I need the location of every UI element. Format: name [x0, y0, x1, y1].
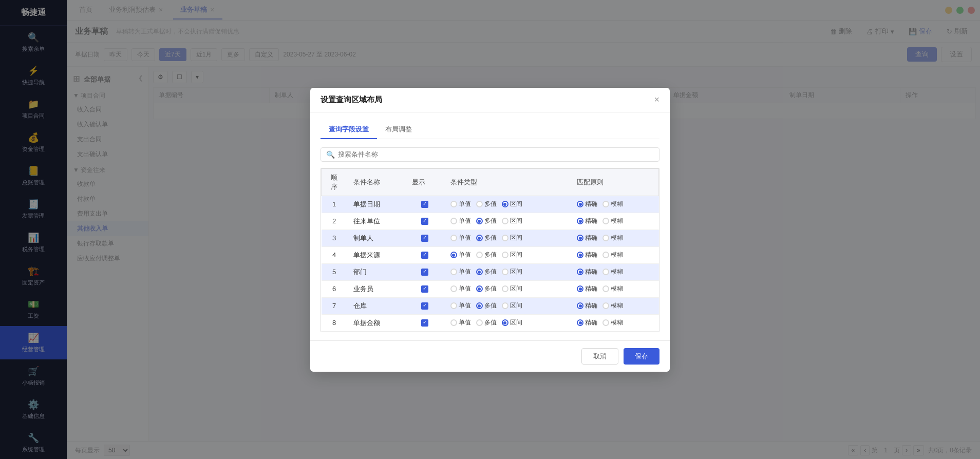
- config-row-show[interactable]: [406, 213, 444, 230]
- radio-single-0[interactable]: 单值: [450, 200, 471, 208]
- radio-range-6[interactable]: 区间: [502, 301, 522, 310]
- radio-multiple-4[interactable]: 多值: [476, 267, 497, 276]
- radio-circle-multiple-2: [476, 235, 483, 241]
- radio-single-2[interactable]: 单值: [450, 234, 471, 242]
- radio-circle-single-5: [450, 285, 457, 292]
- radio-label-fuzzy-6: 模糊: [611, 301, 623, 310]
- radio-multiple-1[interactable]: 多值: [476, 217, 497, 225]
- show-checkbox-1[interactable]: [421, 218, 428, 225]
- config-row-show[interactable]: [406, 297, 444, 314]
- show-checkbox-3[interactable]: [421, 252, 428, 259]
- radio-multiple-3[interactable]: 多值: [476, 251, 497, 259]
- radio-multiple-2[interactable]: 多值: [476, 234, 497, 242]
- radio-exact-0[interactable]: 精确: [577, 200, 597, 208]
- show-checkbox-4[interactable]: [421, 269, 428, 276]
- radio-range-4[interactable]: 区间: [502, 267, 522, 276]
- show-checkbox-2[interactable]: [421, 235, 428, 242]
- radio-label-range-6: 区间: [510, 301, 522, 310]
- config-table: 顺序 条件名称 显示 条件类型 匹配原则 1单据日期 单值: [321, 168, 659, 332]
- config-row-condition: 单值 多值 区间: [444, 314, 571, 331]
- show-checkbox-5[interactable]: [421, 285, 428, 293]
- radio-fuzzy-4[interactable]: 模糊: [602, 267, 623, 276]
- radio-range-1[interactable]: 区间: [502, 217, 522, 225]
- radio-exact-6[interactable]: 精确: [577, 301, 597, 310]
- radio-range-2[interactable]: 区间: [502, 234, 522, 242]
- radio-label-fuzzy-4: 模糊: [611, 267, 623, 276]
- radio-fuzzy-0[interactable]: 模糊: [602, 200, 623, 208]
- radio-exact-2[interactable]: 精确: [577, 234, 597, 242]
- config-row-show[interactable]: [406, 230, 444, 246]
- radio-exact-5[interactable]: 精确: [577, 284, 597, 293]
- radio-range-7[interactable]: 区间: [502, 318, 522, 327]
- radio-exact-1[interactable]: 精确: [577, 217, 597, 225]
- config-row-show[interactable]: [406, 246, 444, 263]
- radio-single-7[interactable]: 单值: [450, 318, 471, 327]
- radio-circle-exact-2: [577, 235, 583, 241]
- radio-circle-range-1: [502, 218, 508, 224]
- show-checkbox-0[interactable]: [421, 201, 428, 208]
- radio-exact-7[interactable]: 精确: [577, 318, 597, 327]
- radio-exact-4[interactable]: 精确: [577, 267, 597, 276]
- save-button[interactable]: 保存: [624, 348, 659, 365]
- config-row-name: 单据来源: [347, 246, 406, 263]
- config-row-order: 7: [322, 297, 347, 314]
- config-col-order: 顺序: [322, 168, 347, 196]
- radio-fuzzy-2[interactable]: 模糊: [602, 234, 623, 242]
- config-row-order: 4: [322, 246, 347, 263]
- radio-circle-fuzzy-3: [602, 252, 609, 258]
- modal-tab-layout[interactable]: 布局调整: [377, 121, 420, 139]
- radio-multiple-5[interactable]: 多值: [476, 284, 497, 293]
- radio-circle-range-5: [502, 285, 508, 292]
- radio-single-5[interactable]: 单值: [450, 284, 471, 293]
- radio-multiple-0[interactable]: 多值: [476, 200, 497, 208]
- config-row-name: 仓库: [347, 297, 406, 314]
- radio-single-1[interactable]: 单值: [450, 217, 471, 225]
- radio-range-3[interactable]: 区间: [502, 251, 522, 259]
- modal-tab-query-fields[interactable]: 查询字段设置: [321, 121, 377, 139]
- radio-circle-fuzzy-4: [602, 269, 609, 275]
- radio-multiple-6[interactable]: 多值: [476, 301, 497, 310]
- config-row-show[interactable]: [406, 280, 444, 297]
- radio-fuzzy-6[interactable]: 模糊: [602, 301, 623, 310]
- radio-label-fuzzy-2: 模糊: [611, 234, 623, 242]
- radio-circle-exact-1: [577, 218, 583, 224]
- radio-range-0[interactable]: 区间: [502, 200, 522, 208]
- radio-single-6[interactable]: 单值: [450, 301, 471, 310]
- radio-label-fuzzy-1: 模糊: [611, 217, 623, 225]
- modal-overlay[interactable]: 设置查询区域布局 × 查询字段设置 布局调整 🔍 顺序: [0, 0, 980, 459]
- modal-search-input[interactable]: [338, 150, 461, 158]
- radio-exact-3[interactable]: 精确: [577, 251, 597, 259]
- config-row-show[interactable]: [406, 196, 444, 213]
- show-checkbox-6[interactable]: [421, 302, 428, 310]
- radio-circle-range-0: [502, 201, 508, 207]
- show-checkbox-7[interactable]: [421, 319, 428, 327]
- cancel-button[interactable]: 取消: [581, 348, 618, 365]
- radio-fuzzy-5[interactable]: 模糊: [602, 284, 623, 293]
- radio-fuzzy-3[interactable]: 模糊: [602, 251, 623, 259]
- config-row-name: 备注: [347, 331, 406, 332]
- radio-single-4[interactable]: 单值: [450, 267, 471, 276]
- radio-label-single-3: 单值: [459, 251, 471, 259]
- radio-single-3[interactable]: 单值: [450, 251, 471, 259]
- config-row-show[interactable]: [406, 314, 444, 331]
- radio-fuzzy-1[interactable]: 模糊: [602, 217, 623, 225]
- config-row-condition: 单值 多值 区间: [444, 196, 571, 213]
- modal-close-btn[interactable]: ×: [654, 95, 659, 104]
- radio-fuzzy-7[interactable]: 模糊: [602, 318, 623, 327]
- radio-multiple-7[interactable]: 多值: [476, 318, 497, 327]
- radio-range-5[interactable]: 区间: [502, 284, 522, 293]
- radio-label-single-5: 单值: [459, 284, 471, 293]
- config-row-order: 9: [322, 331, 347, 332]
- radio-circle-single-7: [450, 319, 457, 326]
- config-row-show[interactable]: [406, 331, 444, 332]
- radio-circle-exact-3: [577, 252, 583, 258]
- config-row-name: 业务员: [347, 280, 406, 297]
- config-row-condition: 单值 多值 区间: [444, 246, 571, 263]
- radio-label-exact-1: 精确: [585, 217, 597, 225]
- radio-label-range-1: 区间: [510, 217, 522, 225]
- config-row-name: 制单人: [347, 230, 406, 246]
- config-row-name: 单据日期: [347, 196, 406, 213]
- config-row-match: 精确 模糊: [571, 196, 658, 213]
- radio-circle-multiple-5: [476, 285, 483, 292]
- config-row-show[interactable]: [406, 263, 444, 280]
